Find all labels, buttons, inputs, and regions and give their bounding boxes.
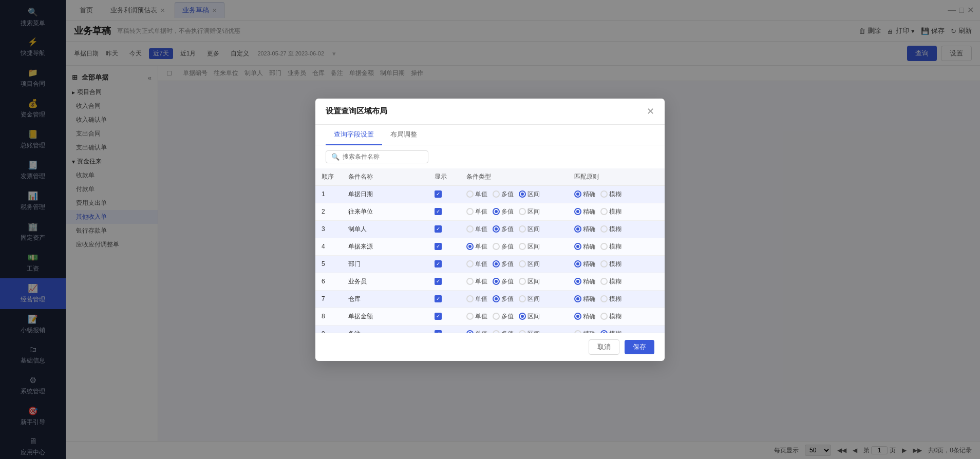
radio-type-type_multiple[interactable]: 多值 bbox=[493, 312, 514, 321]
radio-circle-match-match_fuzzy bbox=[600, 225, 608, 233]
radio-circle-match-match_exact bbox=[574, 190, 581, 198]
row-show-checkbox-cell[interactable] bbox=[428, 273, 461, 290]
row-show-checkbox[interactable] bbox=[435, 243, 442, 250]
radio-circle-type_range bbox=[519, 260, 526, 267]
row-match-radio-group: 精确模糊 bbox=[574, 225, 658, 234]
radio-match-match_exact[interactable]: 精确 bbox=[574, 277, 595, 286]
radio-circle-type_multiple bbox=[493, 295, 500, 302]
row-show-checkbox[interactable] bbox=[435, 278, 442, 285]
radio-type-type_single[interactable]: 单值 bbox=[466, 295, 487, 303]
radio-match-match_exact[interactable]: 精确 bbox=[574, 190, 595, 199]
row-show-checkbox[interactable] bbox=[435, 208, 442, 215]
modal-search-icon: 🔍 bbox=[331, 153, 340, 161]
row-match-radio-group: 精确模糊 bbox=[574, 260, 658, 269]
radio-circle-type_range bbox=[519, 295, 526, 302]
radio-match-match_exact[interactable]: 精确 bbox=[574, 242, 595, 251]
radio-type-type_single[interactable]: 单值 bbox=[466, 242, 487, 251]
row-show-checkbox[interactable] bbox=[435, 313, 442, 320]
radio-type-type_range[interactable]: 区间 bbox=[519, 242, 540, 251]
row-type-radio-group: 单值多值区间 bbox=[466, 225, 561, 234]
radio-type-type_range[interactable]: 区间 bbox=[519, 277, 540, 286]
row-match-cell: 精确模糊 bbox=[568, 308, 665, 325]
radio-match-match_fuzzy[interactable]: 模糊 bbox=[600, 277, 621, 286]
row-show-checkbox-cell[interactable] bbox=[428, 255, 461, 273]
radio-match-match_fuzzy[interactable]: 模糊 bbox=[600, 207, 621, 216]
row-condition-name: 部门 bbox=[342, 255, 428, 273]
radio-type-type_single[interactable]: 单值 bbox=[466, 277, 487, 286]
radio-type-type_multiple[interactable]: 多值 bbox=[493, 225, 514, 234]
row-show-checkbox-cell[interactable] bbox=[428, 238, 461, 255]
row-type-radio-group: 单值多值区间 bbox=[466, 312, 561, 321]
radio-type-type_multiple[interactable]: 多值 bbox=[493, 260, 514, 269]
row-order: 4 bbox=[315, 238, 342, 255]
radio-circle-match-match_exact bbox=[574, 260, 581, 267]
radio-match-match_fuzzy[interactable]: 模糊 bbox=[600, 312, 621, 321]
row-order: 7 bbox=[315, 290, 342, 308]
radio-circle-type_multiple bbox=[493, 190, 500, 198]
radio-circle-type_range bbox=[519, 278, 526, 285]
radio-circle-type_single bbox=[466, 208, 474, 215]
radio-type-type_single[interactable]: 单值 bbox=[466, 207, 487, 216]
radio-type-type_range[interactable]: 区间 bbox=[519, 312, 540, 321]
radio-type-type_single[interactable]: 单值 bbox=[466, 190, 487, 199]
row-show-checkbox-cell[interactable] bbox=[428, 203, 461, 220]
radio-type-type_range[interactable]: 区间 bbox=[519, 207, 540, 216]
radio-match-match_fuzzy[interactable]: 模糊 bbox=[600, 225, 621, 234]
row-show-checkbox-cell[interactable] bbox=[428, 308, 461, 325]
row-match-radio-group: 精确模糊 bbox=[574, 207, 658, 216]
row-type-cell: 单值多值区间 bbox=[460, 255, 568, 273]
radio-match-match_exact[interactable]: 精确 bbox=[574, 207, 595, 216]
radio-type-type_multiple[interactable]: 多值 bbox=[493, 295, 514, 303]
radio-type-type_multiple[interactable]: 多值 bbox=[493, 207, 514, 216]
modal-close-button[interactable]: ✕ bbox=[647, 106, 654, 117]
radio-type-type_range[interactable]: 区间 bbox=[519, 295, 540, 303]
modal-table-row: 3制单人单值多值区间精确模糊 bbox=[315, 220, 665, 238]
radio-match-match_exact[interactable]: 精确 bbox=[574, 295, 595, 303]
row-condition-name: 单据金额 bbox=[342, 308, 428, 325]
modal-save-button[interactable]: 保存 bbox=[625, 340, 654, 354]
radio-match-match_fuzzy[interactable]: 模糊 bbox=[600, 242, 621, 251]
row-show-checkbox-cell[interactable] bbox=[428, 185, 461, 203]
radio-match-match_fuzzy[interactable]: 模糊 bbox=[600, 295, 621, 303]
row-type-cell: 单值多值区间 bbox=[460, 185, 568, 203]
row-match-cell: 精确模糊 bbox=[568, 185, 665, 203]
row-show-checkbox-cell[interactable] bbox=[428, 220, 461, 238]
radio-type-type_multiple[interactable]: 多值 bbox=[493, 242, 514, 251]
modal-cancel-button[interactable]: 取消 bbox=[589, 339, 619, 355]
radio-type-type_range[interactable]: 区间 bbox=[519, 190, 540, 199]
radio-circle-type_single bbox=[466, 225, 474, 233]
radio-match-match_exact[interactable]: 精确 bbox=[574, 260, 595, 269]
row-show-checkbox[interactable] bbox=[435, 225, 442, 233]
row-show-checkbox-cell[interactable] bbox=[428, 290, 461, 308]
radio-type-type_single[interactable]: 单值 bbox=[466, 225, 487, 234]
app-container: 🔍 搜索菜单 ⚡ 快捷导航 📁 项目合同 💰 资金管理 📒 总账管理 🧾 发票管… bbox=[0, 0, 980, 459]
row-order: 5 bbox=[315, 255, 342, 273]
modal-tab-layout-adjust[interactable]: 布局调整 bbox=[382, 125, 425, 145]
radio-type-type_range[interactable]: 区间 bbox=[519, 225, 540, 234]
row-match-radio-group: 精确模糊 bbox=[574, 277, 658, 286]
radio-circle-type_single bbox=[466, 243, 474, 250]
modal-search-input[interactable] bbox=[343, 153, 423, 160]
row-condition-name: 业务员 bbox=[342, 273, 428, 290]
row-match-cell: 精确模糊 bbox=[568, 238, 665, 255]
radio-match-match_exact[interactable]: 精确 bbox=[574, 225, 595, 234]
radio-type-type_multiple[interactable]: 多值 bbox=[493, 190, 514, 199]
radio-match-match_fuzzy[interactable]: 模糊 bbox=[600, 190, 621, 199]
radio-type-type_range[interactable]: 区间 bbox=[519, 260, 540, 269]
modal-table-row: 5部门单值多值区间精确模糊 bbox=[315, 255, 665, 273]
modal-overlay: 设置查询区域布局 ✕ 查询字段设置 布局调整 🔍 bbox=[0, 0, 980, 459]
radio-match-match_exact[interactable]: 精确 bbox=[574, 312, 595, 321]
radio-type-type_single[interactable]: 单值 bbox=[466, 312, 487, 321]
radio-type-type_multiple[interactable]: 多值 bbox=[493, 277, 514, 286]
row-show-checkbox-cell[interactable] bbox=[428, 325, 461, 333]
row-show-checkbox[interactable] bbox=[435, 190, 442, 198]
row-match-cell: 精确模糊 bbox=[568, 273, 665, 290]
modal-tab-field-settings[interactable]: 查询字段设置 bbox=[326, 125, 382, 145]
radio-match-match_fuzzy[interactable]: 模糊 bbox=[600, 260, 621, 269]
row-match-cell: 精确模糊 bbox=[568, 203, 665, 220]
radio-type-type_single[interactable]: 单值 bbox=[466, 260, 487, 269]
row-show-checkbox[interactable] bbox=[435, 295, 442, 302]
row-type-radio-group: 单值多值区间 bbox=[466, 277, 561, 286]
modal-col-order: 顺序 bbox=[315, 168, 342, 186]
row-show-checkbox[interactable] bbox=[435, 260, 442, 267]
